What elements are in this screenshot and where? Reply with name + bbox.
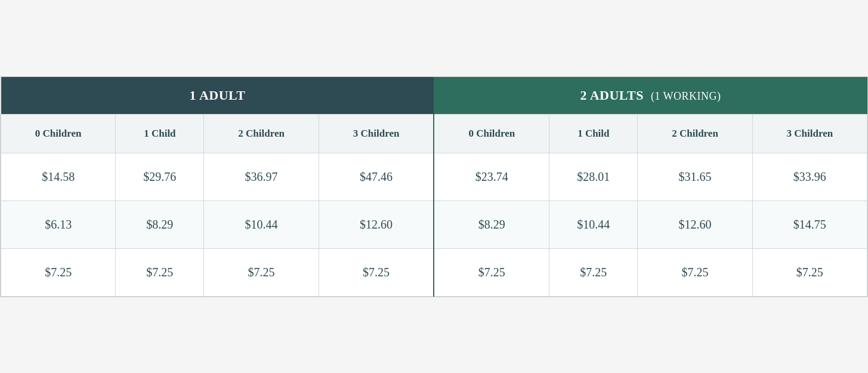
cell-r1-g1-c0: $6.13 — [1, 201, 116, 248]
cell-r2-g2-c2: $7.25 — [638, 248, 752, 296]
adult2-header: 2 ADULTS (1 WORKING) — [434, 77, 867, 115]
table-row: $7.25$7.25$7.25$7.25$7.25$7.25$7.25$7.25 — [1, 248, 867, 296]
cell-r2-g2-c0: $7.25 — [434, 248, 549, 296]
cell-r0-g2-c0: $23.74 — [434, 153, 549, 201]
cell-r1-g2-c1: $10.44 — [549, 201, 638, 248]
cell-r0-g1-c0: $14.58 — [1, 153, 116, 201]
cell-r0-g1-c3: $47.46 — [319, 153, 434, 201]
cell-r0-g2-c1: $28.01 — [549, 153, 638, 201]
cell-r0-g2-c2: $31.65 — [638, 153, 752, 201]
adult1-header: 1 ADULT — [1, 77, 434, 115]
main-table-wrapper: 1 ADULT 2 ADULTS (1 WORKING) 0 Children … — [0, 76, 868, 297]
subheader-g1-0: 0 Children — [1, 114, 116, 153]
table-body: $14.58$29.76$36.97$47.46$23.74$28.01$31.… — [1, 153, 867, 296]
cell-r1-g1-c3: $12.60 — [319, 201, 434, 248]
data-table: 1 ADULT 2 ADULTS (1 WORKING) 0 Children … — [1, 77, 867, 297]
subheader-g1-1: 1 Child — [116, 114, 204, 153]
subheader-row: 0 Children 1 Child 2 Children 3 Children… — [1, 114, 867, 153]
cell-r1-g2-c3: $14.75 — [752, 201, 867, 248]
cell-r0-g2-c3: $33.96 — [752, 153, 867, 201]
cell-r1-g1-c1: $8.29 — [116, 201, 204, 248]
cell-r1-g2-c0: $8.29 — [434, 201, 549, 248]
cell-r2-g1-c1: $7.25 — [116, 248, 204, 296]
cell-r2-g2-c3: $7.25 — [752, 248, 867, 296]
cell-r2-g1-c3: $7.25 — [319, 248, 434, 296]
subheader-g1-3: 3 Children — [319, 114, 434, 153]
table-row: $14.58$29.76$36.97$47.46$23.74$28.01$31.… — [1, 153, 867, 201]
subheader-g2-1: 1 Child — [549, 114, 638, 153]
cell-r2-g1-c0: $7.25 — [1, 248, 116, 296]
cell-r1-g1-c2: $10.44 — [204, 201, 319, 248]
subheader-g2-2: 2 Children — [638, 114, 752, 153]
cell-r2-g1-c2: $7.25 — [204, 248, 319, 296]
cell-r1-g2-c2: $12.60 — [638, 201, 752, 248]
table-row: $6.13$8.29$10.44$12.60$8.29$10.44$12.60$… — [1, 201, 867, 248]
subheader-g2-0: 0 Children — [434, 114, 549, 153]
subheader-g1-2: 2 Children — [204, 114, 319, 153]
cell-r0-g1-c1: $29.76 — [116, 153, 204, 201]
cell-r2-g2-c1: $7.25 — [549, 248, 638, 296]
cell-r0-g1-c2: $36.97 — [204, 153, 319, 201]
subheader-g2-3: 3 Children — [752, 114, 867, 153]
main-header-row: 1 ADULT 2 ADULTS (1 WORKING) — [1, 77, 867, 115]
